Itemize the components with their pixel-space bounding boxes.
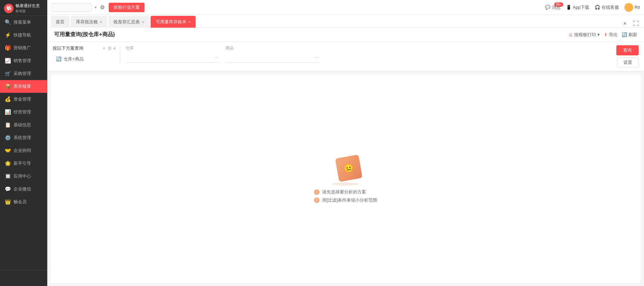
page-header-actions: 🖨 按模板打印 ▾ ⬆ 导出 🔄 刷新 bbox=[568, 32, 637, 38]
topbar-chevron-icon[interactable]: ▾ bbox=[95, 5, 97, 10]
sidebar-item-label: 资金管理 bbox=[14, 96, 31, 102]
export-icon: ⬆ bbox=[604, 32, 608, 37]
empty-text: 1 请先选择要分析的方案 2 用[过滤]条件来缩小分析范围 bbox=[314, 189, 377, 205]
warehouse-dots-icon[interactable]: ··· bbox=[214, 54, 219, 60]
tab-summary-close[interactable]: × bbox=[142, 20, 144, 24]
topbar-actions: 💬 消息 99+ 📱 App下载 🎧 在线客服 Rit bbox=[545, 3, 640, 12]
empty-hint-1: 1 请先选择要分析的方案 bbox=[314, 189, 377, 195]
sidebar-item-sales[interactable]: 📈 销售管理 bbox=[0, 54, 47, 67]
tab-batch-close[interactable]: × bbox=[100, 20, 102, 24]
sidebar-item-appstore[interactable]: 🔲 应用中心 bbox=[0, 170, 47, 183]
member-icon: 👑 bbox=[5, 199, 11, 205]
sales-icon: 📈 bbox=[5, 58, 11, 64]
goods-dots-icon[interactable]: ··· bbox=[314, 54, 319, 60]
sidebar-item-label: 经营管理 bbox=[14, 109, 31, 115]
empty-box: 😐 bbox=[335, 155, 363, 182]
brand: 畅 畅康通好生意 标准版 bbox=[4, 3, 43, 14]
sidebar-item-label: 应用中心 bbox=[14, 173, 31, 179]
sidebar-item-purchase[interactable]: 🛒 采购管理 bbox=[0, 67, 47, 80]
sidebar-item-operation[interactable]: 📊 经营管理 bbox=[0, 106, 47, 119]
scheme-label: 按以下方案查询 bbox=[53, 45, 83, 51]
page-header: 可用量查询(按仓库+商品) 🖨 按模板打印 ▾ ⬆ 导出 🔄 刷新 bbox=[47, 28, 644, 42]
brand-icon: 畅 bbox=[4, 4, 14, 13]
sidebar-bottom bbox=[0, 270, 47, 286]
message-badge: 99+ bbox=[554, 2, 563, 7]
topbar-search-input[interactable] bbox=[51, 3, 92, 12]
industry-btn[interactable]: 体验行业方案 bbox=[109, 3, 145, 12]
tab-summary[interactable]: 收发存汇总表 × bbox=[108, 16, 149, 28]
sidebar-item-enterprise[interactable]: 🤝 企业协同 bbox=[0, 144, 47, 157]
user-avatar[interactable]: Rit bbox=[624, 3, 640, 12]
tab-home[interactable]: 首页 bbox=[51, 16, 70, 28]
scheme-settings-icon[interactable]: ⊙ bbox=[108, 45, 112, 51]
empty-illustration: 😐 bbox=[329, 152, 362, 186]
service-icon: 🎧 bbox=[595, 5, 600, 10]
sidebar-item-wxwork[interactable]: 💬 企业微信 bbox=[0, 183, 47, 196]
sidebar-item-basic[interactable]: 📋 基础信息 bbox=[0, 119, 47, 131]
newbie-icon: 🌟 bbox=[5, 160, 11, 166]
app-download-action[interactable]: 📱 App下载 bbox=[566, 4, 589, 10]
sidebar-item-inventory[interactable]: 📦 库存核算 bbox=[0, 80, 47, 93]
tabs-close-btn[interactable]: × bbox=[621, 20, 628, 27]
system-icon: ⚙️ bbox=[5, 135, 11, 141]
sidebar-item-label: 库存核算 bbox=[14, 83, 31, 89]
scheme-collapse-icon[interactable]: « bbox=[113, 45, 116, 51]
export-label: 导出 bbox=[609, 32, 618, 38]
tab-available[interactable]: 可用量库存账本 × bbox=[151, 16, 196, 28]
sidebar-item-marketing[interactable]: 🎁 营销推广 bbox=[0, 42, 47, 54]
sidebar-item-label: 企业协同 bbox=[14, 148, 31, 154]
appstore-icon: 🔲 bbox=[5, 173, 11, 179]
topbar-gear-icon[interactable]: ⚙ bbox=[100, 4, 105, 10]
query-btn-area: 查询 设置 bbox=[614, 45, 639, 68]
scheme-item-warehouse-goods[interactable]: 🔄 仓库+商品 bbox=[53, 54, 116, 64]
sidebar-item-label: 采购管理 bbox=[14, 71, 31, 77]
scheme-item-icon: 🔄 bbox=[56, 56, 61, 62]
sidebar-item-label: 企业微信 bbox=[14, 186, 31, 192]
topbar: ▾ ⚙ 体验行业方案 💬 消息 99+ 📱 App下载 🎧 在线客服 Rit bbox=[47, 0, 644, 15]
sidebar-item-label: 基础信息 bbox=[14, 122, 31, 128]
tab-available-close[interactable]: × bbox=[188, 20, 190, 24]
service-action[interactable]: 🎧 在线客服 bbox=[595, 4, 619, 10]
service-label: 在线客服 bbox=[601, 4, 619, 10]
sidebar-item-shortcut[interactable]: ⚡ 快捷导航 bbox=[0, 29, 47, 42]
sidebar-item-member[interactable]: 👑 畅会员 bbox=[0, 196, 47, 208]
finance-icon: 💰 bbox=[5, 96, 11, 102]
sidebar-item-finance[interactable]: 💰 资金管理 bbox=[0, 93, 47, 106]
empty-box-face: 😐 bbox=[343, 163, 355, 174]
message-action[interactable]: 💬 消息 99+ bbox=[545, 4, 561, 10]
query-area: 按以下方案查询 ＋ ⊙ « 🔄 仓库+商品 仓库 ··· bbox=[47, 42, 644, 71]
tabs-bar: 首页 库存批次账 × 收发存汇总表 × 可用量库存账本 × × ⛶ bbox=[47, 15, 644, 28]
sidebar-item-search[interactable]: 🔍 搜索菜单 bbox=[0, 16, 47, 29]
warehouse-label: 仓库 bbox=[126, 45, 220, 51]
empty-hint-2-text: 用[过滤]条件来缩小分析范围 bbox=[322, 197, 377, 203]
basic-icon: 📋 bbox=[5, 122, 11, 128]
goods-input[interactable]: ··· bbox=[226, 52, 320, 62]
main-area: ▾ ⚙ 体验行业方案 💬 消息 99+ 📱 App下载 🎧 在线客服 Rit bbox=[47, 0, 644, 286]
sidebar-item-label: 快捷导航 bbox=[14, 32, 31, 38]
settings-button[interactable]: 设置 bbox=[617, 57, 639, 68]
scheme-item-label: 仓库+商品 bbox=[63, 56, 84, 62]
tab-batch[interactable]: 库存批次账 × bbox=[71, 16, 107, 28]
enterprise-icon: 🤝 bbox=[5, 148, 11, 154]
purchase-icon: 🛒 bbox=[5, 71, 11, 77]
query-button[interactable]: 查询 bbox=[616, 45, 639, 55]
sidebar-item-label: 畅会员 bbox=[14, 199, 27, 205]
filter-area: 仓库 ··· 商品 ··· bbox=[120, 45, 614, 62]
step-2-num: 2 bbox=[314, 198, 319, 203]
goods-label: 商品 bbox=[226, 45, 320, 51]
tabs-expand-btn[interactable]: ⛶ bbox=[631, 20, 641, 27]
print-chevron: ▾ bbox=[597, 32, 600, 37]
print-icon: 🖨 bbox=[568, 32, 573, 37]
tab-available-label: 可用量库存账本 bbox=[156, 19, 186, 25]
warehouse-input[interactable]: ··· bbox=[126, 52, 220, 62]
sidebar-scroll: 🔍 搜索菜单 ⚡ 快捷导航 🎁 营销推广 📈 销售管理 🛒 采购管理 📦 库存核… bbox=[0, 16, 47, 270]
export-btn[interactable]: ⬆ 导出 bbox=[604, 32, 618, 38]
page-title: 可用量查询(按仓库+商品) bbox=[54, 31, 115, 38]
warehouse-filter-group: 仓库 ··· bbox=[126, 45, 220, 62]
refresh-btn[interactable]: 🔄 刷新 bbox=[622, 32, 637, 38]
print-btn[interactable]: 🖨 按模板打印 ▾ bbox=[568, 32, 600, 38]
sidebar-item-system[interactable]: ⚙️ 系统管理 bbox=[0, 131, 47, 144]
scheme-add-icon[interactable]: ＋ bbox=[102, 45, 106, 51]
empty-shadow bbox=[332, 182, 359, 186]
sidebar-item-newbie[interactable]: 🌟 新手引导 bbox=[0, 157, 47, 170]
